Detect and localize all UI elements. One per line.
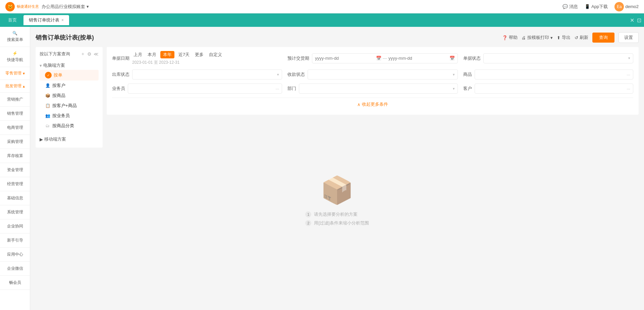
shortcut-custom[interactable]: 自定义 — [208, 51, 223, 58]
empty-state: 📦 1 请先选择要分析的方案 2 用[过滤]条件来缩小分析范围 — [36, 148, 639, 253]
sidebar-item-marketing[interactable]: 营销推广 — [0, 93, 30, 107]
customer-wrapper[interactable]: ··· — [475, 84, 633, 94]
page-header: 销售订单统计表(按单) ❓ 帮助 🖨 按模板打印 ▾ ⬆ 导出 — [36, 32, 639, 43]
expected-date-end[interactable] — [388, 56, 448, 61]
company-dropdown-icon[interactable]: ▾ — [87, 4, 89, 9]
department-arrow[interactable]: ▾ — [450, 87, 458, 91]
department-wrapper[interactable]: ▾ — [299, 84, 458, 94]
calendar-end-icon[interactable]: 📅 — [449, 56, 455, 61]
window-maximize-icon[interactable]: ⊡ — [637, 17, 641, 23]
message-label: 消息 — [569, 4, 578, 10]
scheme-item-by-goods[interactable]: 📦 按商品 — [40, 91, 99, 101]
doc-status-select-wrapper[interactable]: ▾ — [483, 53, 633, 63]
shortcut-this-year[interactable]: 本年 — [160, 51, 174, 58]
sidebar-item-wholesale[interactable]: 批发管理 ▴ — [0, 80, 30, 93]
message-action[interactable]: 💬 消息 — [562, 4, 578, 10]
scheme-label-by-category: 按商品分类 — [52, 123, 74, 129]
product-wrapper[interactable]: ··· — [475, 69, 633, 80]
settings-scheme-icon[interactable]: ⚙ — [87, 51, 92, 57]
product-label: 商品 — [463, 71, 472, 78]
shortcut-more[interactable]: 更多 — [194, 51, 205, 58]
tab-home[interactable]: 首页 — [3, 15, 22, 25]
sidebar-item-guide[interactable]: 新手引导 — [0, 234, 30, 248]
tab-sales-order[interactable]: 销售订单统计表 × — [23, 15, 69, 25]
sidebar-item-purchase[interactable]: 采购管理 — [0, 135, 30, 149]
settings-button[interactable]: 设置 — [619, 32, 639, 43]
shortcut-7days[interactable]: 近7天 — [177, 51, 191, 58]
appstore-label: 应用中心 — [7, 252, 23, 257]
split-layout: 按以下方案查询 ＋ ⚙ ≪ ▾ 电脑端方案 ✓ — [36, 47, 639, 148]
export-icon: ⬆ — [557, 35, 560, 40]
salesperson-more-icon[interactable]: ··· — [273, 86, 282, 91]
content-area: 销售订单统计表(按单) ❓ 帮助 🖨 按模板打印 ▾ ⬆ 导出 — [30, 27, 644, 310]
sidebar-item-system[interactable]: 系统管理 — [0, 205, 30, 219]
scheme-panel: 按以下方案查询 ＋ ⚙ ≪ ▾ 电脑端方案 ✓ — [36, 47, 103, 148]
purchase-label: 采购管理 — [7, 139, 23, 145]
delivery-status-arrow[interactable]: ▾ — [274, 72, 282, 77]
tab-close-icon[interactable]: × — [61, 18, 64, 22]
scheme-item-by-customer-goods[interactable]: 📋 按客户+商品 — [40, 101, 99, 111]
help-icon: ❓ — [502, 35, 507, 40]
sidebar-item-quicknav[interactable]: ⚡ 快捷导航 — [0, 47, 30, 67]
sidebar-item-corp[interactable]: 企业协同 — [0, 219, 30, 234]
sidebar-quicknav-label: 快捷导航 — [7, 57, 23, 63]
print-dropdown-icon: ▾ — [550, 35, 553, 40]
sidebar-item-inventory[interactable]: 库存核算 — [0, 149, 30, 163]
sidebar-item-appstore[interactable]: 应用中心 — [0, 248, 30, 262]
add-scheme-icon[interactable]: ＋ — [80, 51, 85, 57]
delivery-status-label: 出库状态 — [112, 71, 129, 78]
sidebar-item-wechat[interactable]: 企业微信 — [0, 262, 30, 276]
scheme-label-by-order: 按单 — [54, 72, 62, 78]
salesperson-wrapper[interactable]: ··· — [128, 84, 282, 94]
calendar-start-icon[interactable]: 📅 — [376, 56, 381, 61]
mobile-scheme-header[interactable]: ▶ 移动端方案 — [40, 135, 99, 144]
desktop-scheme-header[interactable]: ▾ 电脑端方案 — [40, 61, 99, 70]
scheme-item-by-customer[interactable]: 👤 按客户 — [40, 81, 99, 91]
sidebar-item-basic[interactable]: 基础信息 — [0, 191, 30, 205]
collapse-scheme-icon[interactable]: ≪ — [94, 51, 99, 57]
sidebar-item-retail[interactable]: 零售管理 ▾ — [0, 67, 30, 80]
template-print-button[interactable]: 🖨 按模板打印 ▾ — [522, 35, 553, 41]
filter-field-customer: 客户 ··· — [463, 84, 633, 94]
page-content: 销售订单统计表(按单) ❓ 帮助 🖨 按模板打印 ▾ ⬆ 导出 — [30, 27, 644, 258]
filter-field-delivery: 出库状态 ▾ — [112, 69, 282, 80]
department-label: 部门 — [287, 86, 296, 92]
scheme-item-by-category[interactable]: 🗂 按商品分类 — [40, 121, 99, 131]
delivery-status-wrapper[interactable]: ▾ — [132, 69, 282, 80]
scheme-item-by-staff[interactable]: 👥 按业务员 — [40, 111, 99, 121]
export-button[interactable]: ⬆ 导出 — [557, 35, 571, 41]
sidebar-item-operations[interactable]: 经营管理 — [0, 177, 30, 191]
scheme-panel-header: 按以下方案查询 ＋ ⚙ ≪ — [36, 50, 103, 60]
sidebar-item-sales[interactable]: 销售管理 — [0, 107, 30, 121]
expected-date-start[interactable] — [315, 56, 375, 61]
product-more-icon[interactable]: ··· — [624, 72, 633, 77]
help-button[interactable]: ❓ 帮助 — [502, 35, 518, 41]
user-area[interactable]: Ea demo2 — [614, 2, 639, 11]
refresh-label: 刷新 — [580, 35, 588, 41]
empty-tip-1: 1 请先选择要分析的方案 — [305, 211, 369, 217]
app-download-action[interactable]: 📱 App下载 — [585, 4, 608, 10]
sidebar-item-ecommerce[interactable]: 电商管理 — [0, 121, 30, 135]
desktop-scheme-arrow: ▾ — [40, 63, 42, 68]
scheme-panel-title: 按以下方案查询 — [40, 51, 70, 57]
sidebar-item-search[interactable]: 🔍 搜索菜单 — [0, 27, 30, 47]
sidebar-item-vip[interactable]: 畅会员 — [0, 276, 30, 290]
filter-row-3: 业务员 ··· 部门 ▾ — [112, 84, 633, 94]
window-close-icon[interactable]: ✕ — [630, 17, 634, 23]
sidebar-item-finance[interactable]: 资金管理 — [0, 163, 30, 177]
user-avatar: Ea — [614, 2, 624, 11]
expected-date-range[interactable]: 📅 — 📅 — [312, 53, 458, 63]
payment-status-wrapper[interactable]: ▾ — [308, 69, 458, 80]
customer-more-icon[interactable]: ··· — [624, 86, 633, 91]
company-selector[interactable]: 办公用品行业模拟账套 ▾ — [42, 4, 89, 10]
shortcut-this-month[interactable]: 本月 — [146, 51, 158, 58]
payment-status-arrow[interactable]: ▾ — [450, 72, 458, 77]
top-bar-left: 🐱 畅捷通好生意 办公用品行业模拟账套 ▾ — [5, 2, 89, 11]
doc-status-arrow[interactable]: ▾ — [626, 56, 633, 60]
refresh-button[interactable]: ↺ 刷新 — [575, 35, 588, 41]
scheme-label-by-customer-goods: 按客户+商品 — [52, 103, 77, 109]
collapse-bar[interactable]: ∧ 收起更多条件 — [112, 98, 633, 111]
scheme-item-by-order[interactable]: ✓ 按单 — [40, 70, 99, 81]
query-button[interactable]: 查询 — [592, 33, 614, 43]
shortcut-last-month[interactable]: 上月 — [132, 51, 144, 58]
